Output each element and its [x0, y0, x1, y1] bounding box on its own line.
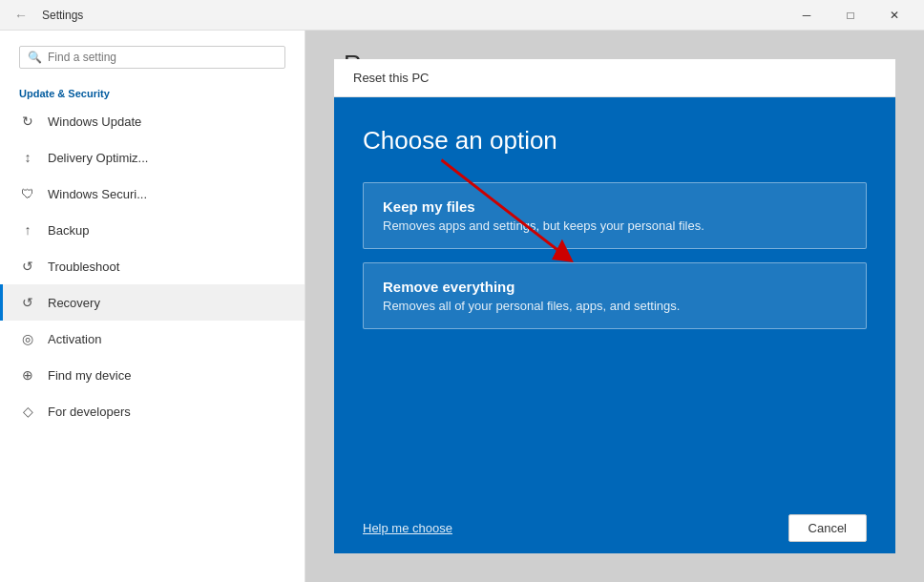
sidebar-item-for-developers[interactable]: ◇ For developers [0, 393, 304, 429]
troubleshoot-icon: ↺ [19, 258, 36, 275]
remove-everything-title: Remove everything [383, 279, 847, 295]
sidebar-item-find-my-device[interactable]: ⊕ Find my device [0, 357, 304, 393]
sidebar-item-backup[interactable]: ↑ Backup [0, 212, 304, 248]
windows-update-icon: ↻ [19, 113, 36, 130]
window-title: Settings [42, 9, 83, 22]
help-me-choose-link[interactable]: Help me choose [363, 521, 452, 535]
backup-icon: ↑ [19, 221, 36, 239]
section-label: Update & Security [0, 76, 304, 103]
search-input[interactable] [48, 51, 277, 64]
sidebar-header: 🔍 [0, 31, 304, 76]
search-icon: 🔍 [28, 51, 42, 64]
recovery-icon: ↺ [19, 294, 36, 311]
minimize-button[interactable]: ─ [785, 0, 829, 31]
title-bar: ← Settings ─ □ ✕ [0, 0, 924, 31]
sidebar-item-activation[interactable]: ◎ Activation [0, 321, 304, 357]
modal-content: Choose an option Keep my files Removes a… [334, 97, 895, 503]
content-area: R Learn how to start fresh with a clean … [305, 31, 924, 582]
main-layout: 🔍 Update & Security ↻ Windows Update ↕ D… [0, 31, 924, 582]
close-button[interactable]: ✕ [872, 0, 916, 31]
sidebar-item-recovery[interactable]: ↺ Recovery [0, 284, 304, 321]
back-button[interactable]: ← [8, 2, 34, 29]
sidebar-item-delivery-optimization[interactable]: ↕ Delivery Optimiz... [0, 139, 304, 176]
sidebar-item-windows-update[interactable]: ↻ Windows Update [0, 103, 304, 139]
for-developers-icon: ◇ [19, 403, 36, 420]
keep-files-title: Keep my files [383, 198, 847, 215]
window-controls: ─ □ ✕ [785, 0, 916, 31]
sidebar-item-troubleshoot[interactable]: ↺ Troubleshoot [0, 248, 304, 284]
search-box[interactable]: 🔍 [19, 46, 285, 69]
cancel-button[interactable]: Cancel [788, 514, 867, 542]
maximize-button[interactable]: □ [829, 0, 872, 31]
activation-icon: ◎ [19, 330, 36, 347]
modal-title: Choose an option [363, 126, 867, 156]
modal-footer: Help me choose Cancel [334, 503, 895, 553]
sidebar: 🔍 Update & Security ↻ Windows Update ↕ D… [0, 31, 305, 582]
find-my-device-icon: ⊕ [19, 366, 36, 384]
title-bar-controls: ← Settings [8, 2, 83, 29]
keep-files-option[interactable]: Keep my files Removes apps and settings,… [363, 182, 867, 249]
reset-pc-modal: Reset this PC Choose an option Keep my f… [334, 59, 895, 553]
remove-everything-desc: Removes all of your personal files, apps… [383, 299, 847, 313]
keep-files-desc: Removes apps and settings, but keeps you… [383, 218, 847, 233]
sidebar-item-windows-security[interactable]: 🛡 Windows Securi... [0, 176, 304, 212]
windows-security-icon: 🛡 [19, 185, 36, 202]
delivery-optimization-icon: ↕ [19, 149, 36, 166]
remove-everything-option[interactable]: Remove everything Removes all of your pe… [363, 262, 867, 329]
modal-titlebar: Reset this PC [334, 59, 895, 97]
